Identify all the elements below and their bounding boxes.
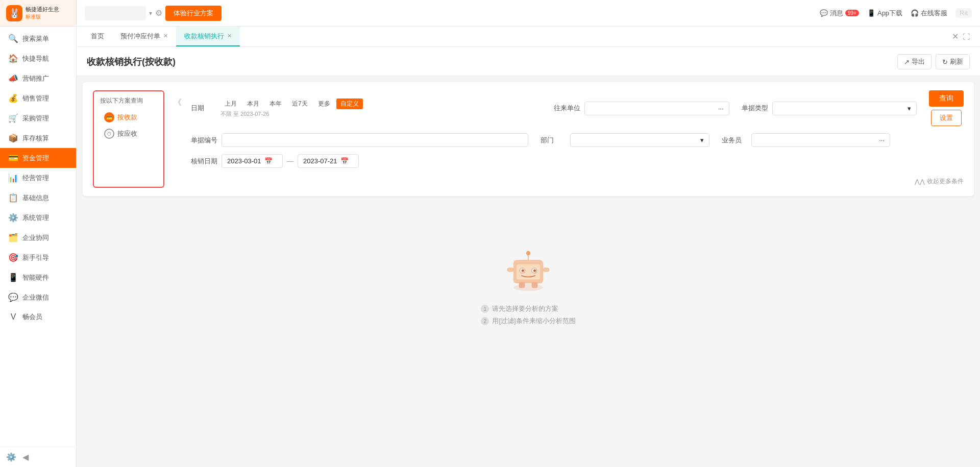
filter-by-receivable[interactable]: ⏱ 按应收 (100, 126, 157, 142)
calendar-start-icon: 📅 (264, 157, 273, 165)
sidebar-item-sales[interactable]: 💰 销售管理 (0, 88, 76, 108)
filter-row-1: 日期 上月 本月 本年 近7天 更多 自定义 不限 至 (191, 90, 964, 126)
receipt-option-icon: 💳 (104, 112, 114, 122)
doc-type-select[interactable]: ▾ (772, 102, 917, 115)
tab-receipt-close-icon[interactable]: ✕ (227, 33, 232, 39)
online-service-item[interactable]: 🎧 在线客服 (911, 9, 947, 18)
dept-select[interactable]: ▾ (570, 133, 709, 147)
sidebar-item-label: 搜索菜单 (22, 34, 49, 43)
date-last-month-btn[interactable]: 上月 (220, 99, 241, 109)
verify-date-start-value: 2023-03-01 (227, 157, 261, 165)
calendar-end-icon: 📅 (340, 157, 349, 165)
sidebar-item-label: 新手引导 (22, 253, 49, 262)
close-window-icon[interactable]: ✕ (952, 32, 959, 41)
date-7days-btn[interactable]: 近7天 (288, 99, 312, 109)
sidebar-item-inventory[interactable]: 📦 库存核算 (0, 128, 76, 148)
sidebar-item-basic[interactable]: 📋 基础信息 (0, 188, 76, 208)
tab-receipt[interactable]: 收款核销执行 ✕ (176, 27, 240, 46)
sidebar-item-system[interactable]: ⚙️ 系统管理 (0, 208, 76, 228)
doc-type-field: 单据类型 ▾ (742, 102, 917, 115)
filter-by-receipt[interactable]: 💳 按收款 (100, 109, 157, 126)
header-username: Rit (955, 8, 972, 18)
message-icon: 💬 (820, 9, 828, 17)
sidebar-item-hardware[interactable]: 📱 智能硬件 (0, 267, 76, 287)
sidebar-item-label: 快捷导航 (22, 54, 49, 63)
sidebar-item-wechat[interactable]: 💬 企业微信 (0, 287, 76, 307)
sidebar-item-purchase[interactable]: 🛒 采购管理 (0, 108, 76, 128)
home-icon: 🏠 (8, 54, 18, 63)
online-service-label: 在线客服 (921, 9, 947, 18)
date-field: 日期 上月 本月 本年 近7天 更多 自定义 不限 至 (191, 99, 542, 118)
sidebar-item-enterprise[interactable]: 🗂️ 企业协同 (0, 228, 76, 248)
sidebar-item-search[interactable]: 🔍 搜索菜单 (0, 29, 76, 48)
verify-date-start-input[interactable]: 2023-03-01 📅 (222, 154, 283, 168)
verify-date-end-input[interactable]: 2023-07-21 📅 (298, 154, 359, 168)
tab-prepay-close-icon[interactable]: ✕ (163, 33, 168, 39)
settings-icon[interactable]: ⚙️ (6, 452, 16, 462)
app-download-item[interactable]: 📱 App下载 (867, 9, 902, 18)
maximize-icon[interactable]: ⛶ (963, 33, 970, 41)
tab-home[interactable]: 首页 (83, 27, 112, 46)
empty-illustration (503, 243, 554, 294)
tab-prepay[interactable]: 预付冲应付单 ✕ (112, 27, 176, 46)
sidebar-item-member[interactable]: V 畅会员 (0, 307, 76, 327)
svg-point-6 (533, 269, 536, 272)
dots-icon: ··· (718, 105, 724, 112)
date-more-btn[interactable]: 更多 (314, 99, 334, 109)
date-this-month-btn[interactable]: 本月 (243, 99, 263, 109)
doc-number-input[interactable] (222, 133, 528, 147)
query-button[interactable]: 查询 (929, 90, 964, 107)
verify-date-label: 核销日期 (191, 157, 217, 166)
logo-title: 畅捷通好生意 (26, 6, 59, 13)
date-this-year-btn[interactable]: 本年 (265, 99, 286, 109)
query-btn-col: 查询 设置 (929, 90, 964, 126)
page-header: 收款核销执行(按收款) ↗ 导出 ↻ 刷新 (77, 47, 980, 76)
message-item[interactable]: 💬 消息 99+ (820, 9, 859, 18)
logo-sub: 标准版 (26, 13, 59, 20)
collapse-button[interactable]: 《 (173, 95, 183, 110)
date-no-limit: 不限 至 2023-07-26 (220, 110, 363, 118)
box-icon: 📦 (8, 133, 18, 143)
date-quick-wrap: 上月 本月 本年 近7天 更多 自定义 不限 至 2023-07-26 (220, 99, 363, 118)
filter-row-2: 单据编号 部门 ▾ 业务员 (191, 133, 964, 147)
svg-rect-11 (519, 282, 525, 288)
export-label: 导出 (912, 57, 925, 66)
cart-icon: 🛒 (8, 113, 18, 123)
counterpart-field: 往来单位 ··· (554, 102, 729, 115)
export-icon: ↗ (904, 58, 910, 66)
date-custom-btn[interactable]: 自定义 (336, 99, 363, 109)
sidebar-item-label: 智能硬件 (22, 273, 49, 282)
collapse-more-btn[interactable]: ⋀⋀ 收起更多条件 (191, 175, 964, 188)
gear-icon: ⚙️ (8, 213, 18, 223)
tip-text-1: 请先选择要分析的方案 (492, 304, 558, 313)
refresh-button[interactable]: ↻ 刷新 (936, 54, 970, 69)
counterpart-select[interactable]: ··· (584, 102, 729, 115)
sidebar-item-guide[interactable]: 🎯 新手引导 (0, 248, 76, 267)
date-quick-btns: 上月 本月 本年 近7天 更多 自定义 (220, 99, 363, 109)
date-label: 日期 (191, 104, 216, 113)
settings-button[interactable]: 设置 (931, 110, 962, 126)
receivable-option-icon: ⏱ (104, 129, 114, 139)
sidebar-collapse-icon[interactable]: ◀ (22, 452, 29, 462)
search-icon: 🔍 (8, 34, 18, 43)
verify-date-range: 2023-03-01 📅 — 2023-07-21 📅 (222, 154, 528, 168)
export-button[interactable]: ↗ 导出 (897, 54, 932, 69)
message-badge: 99+ (845, 10, 859, 16)
filter-top: 按以下方案查询 💳 按收款 ⏱ 按应收 《 (93, 90, 964, 188)
verify-date-field: 核销日期 2023-03-01 📅 — 2023-07-21 📅 (191, 154, 528, 168)
sidebar-item-quick-nav[interactable]: 🏠 快捷导航 (0, 48, 76, 68)
date-separator: — (287, 157, 293, 165)
solution-button[interactable]: 体验行业方案 (165, 6, 222, 21)
filter-options: 按以下方案查询 💳 按收款 ⏱ 按应收 (93, 90, 164, 188)
tip-num-2: 2 (481, 317, 489, 325)
sidebar-item-marketing[interactable]: 📣 营销推广 (0, 68, 76, 88)
salesperson-select[interactable]: ··· (751, 133, 891, 147)
top-header: ▾ ⚙ 体验行业方案 💬 消息 99+ 📱 App下载 🎧 在线客服 Rit (77, 0, 980, 27)
sidebar-item-finance[interactable]: 💳 资金管理 (0, 148, 76, 168)
sidebar-item-business[interactable]: 📊 经营管理 (0, 168, 76, 188)
sidebar-item-label: 经营管理 (22, 174, 49, 183)
header-gear-icon[interactable]: ⚙ (155, 8, 162, 18)
refresh-label: 刷新 (950, 57, 963, 66)
chevron-down-icon[interactable]: ▾ (149, 10, 152, 17)
tab-receipt-label: 收款核销执行 (184, 32, 224, 41)
